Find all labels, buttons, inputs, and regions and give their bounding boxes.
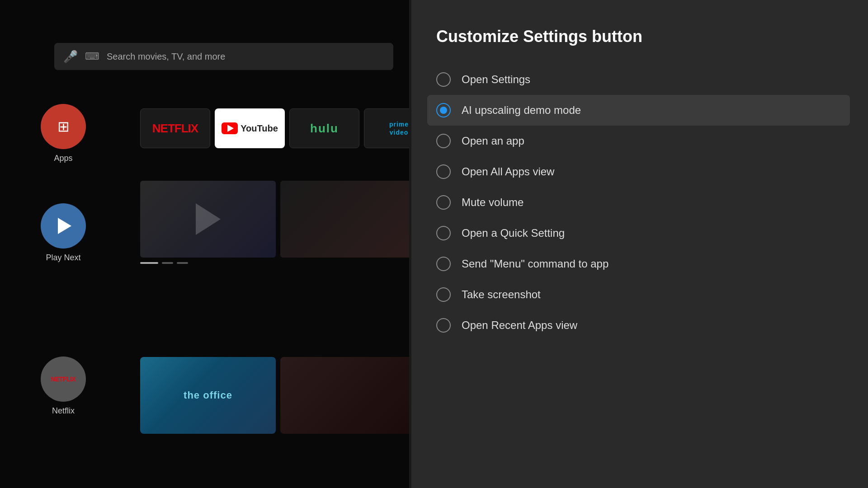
apps-grid-icon: ⊞: [57, 118, 70, 135]
radio-label-open-settings: Open Settings: [462, 73, 530, 86]
progress-dots: [140, 262, 188, 264]
progress-dot-1: [140, 262, 158, 264]
radio-item-open-quick-setting[interactable]: Open a Quick Setting: [427, 218, 850, 249]
apps-icon-circle: ⊞: [41, 104, 86, 149]
content-row-1: [140, 181, 411, 258]
progress-dot-3: [177, 262, 188, 264]
radio-label-take-screenshot: Take screenshot: [462, 288, 541, 301]
radio-circle-open-quick-setting: [436, 226, 451, 240]
radio-label-ai-upscaling: AI upscaling demo mode: [462, 104, 581, 117]
radio-circle-open-app: [436, 134, 451, 148]
netflix-text: NETFLIX: [152, 122, 198, 136]
prime-text: primevideo: [389, 120, 409, 136]
keyboard-icon[interactable]: ⌨: [85, 51, 99, 62]
radio-item-send-menu[interactable]: Send "Menu" command to app: [427, 249, 850, 279]
radio-label-mute-volume: Mute volume: [462, 196, 524, 209]
thumb-inner-1: [140, 181, 276, 258]
radio-circle-send-menu: [436, 257, 451, 271]
radio-label-open-all-apps: Open All Apps view: [462, 165, 554, 178]
play-next-icon: [58, 218, 71, 234]
radio-item-ai-upscaling[interactable]: AI upscaling demo mode: [427, 95, 850, 126]
search-bar[interactable]: 🎤 ⌨ Search movies, TV, and more: [54, 43, 393, 70]
radio-item-take-screenshot[interactable]: Take screenshot: [427, 279, 850, 310]
office-thumb[interactable]: the office: [140, 357, 276, 434]
apps-row: ⊞ Apps: [41, 104, 86, 163]
progress-dot-2: [162, 262, 173, 264]
netflix-logo-box[interactable]: NETFLIX: [140, 108, 210, 148]
youtube-play-btn: [222, 122, 238, 134]
netflix-circle-text: NETFLIX: [51, 375, 76, 383]
radio-item-open-recent[interactable]: Open Recent Apps view: [427, 310, 850, 341]
office-text: the office: [184, 389, 232, 401]
right-panel: Customize Settings button Open SettingsA…: [409, 0, 868, 488]
radio-label-open-recent: Open Recent Apps view: [462, 319, 577, 332]
mic-icon[interactable]: 🎤: [63, 50, 78, 64]
netflix-bottom-item[interactable]: NETFLIX Netflix: [41, 357, 86, 416]
radio-circle-ai-upscaling: [436, 103, 451, 117]
play-next-label: Play Next: [46, 253, 80, 263]
radio-circle-open-recent: [436, 318, 451, 333]
youtube-play-triangle: [227, 125, 234, 132]
radio-item-mute-volume[interactable]: Mute volume: [427, 187, 850, 218]
prime-logo-box[interactable]: primevideo: [364, 108, 411, 148]
radio-label-open-app: Open an app: [462, 135, 524, 147]
content-thumb-2[interactable]: [280, 181, 411, 258]
left-panel: 🎤 ⌨ Search movies, TV, and more ⊞ Apps N…: [0, 0, 411, 488]
hulu-text: hulu: [310, 122, 339, 136]
apps-item[interactable]: ⊞ Apps: [41, 104, 86, 163]
play-next-circle: [41, 203, 86, 249]
radio-options-list: Open SettingsAI upscaling demo modeOpen …: [409, 64, 868, 341]
netflix-label: Netflix: [52, 406, 75, 416]
radio-item-open-all-apps[interactable]: Open All Apps view: [427, 156, 850, 187]
youtube-word: YouTube: [241, 123, 278, 134]
search-placeholder: Search movies, TV, and more: [107, 52, 384, 62]
netflix-circle: NETFLIX: [41, 357, 86, 402]
thumb-triangle-1: [196, 203, 221, 235]
bottom-row: the office: [140, 357, 411, 434]
radio-label-send-menu: Send "Menu" command to app: [462, 258, 609, 270]
youtube-logo: YouTube: [222, 122, 278, 134]
radio-circle-open-all-apps: [436, 164, 451, 179]
thumb-inner-2: [280, 181, 411, 258]
settings-title: Customize Settings button: [409, 0, 868, 64]
radio-item-open-app[interactable]: Open an app: [427, 126, 850, 156]
radio-circle-open-settings: [436, 72, 451, 87]
radio-item-open-settings[interactable]: Open Settings: [427, 64, 850, 95]
logos-row: NETFLIX YouTube hulu primevideo: [140, 108, 411, 148]
panel-divider: [409, 0, 411, 488]
dolemite-thumb[interactable]: [280, 357, 411, 434]
content-thumb-1[interactable]: [140, 181, 276, 258]
play-next-item[interactable]: Play Next: [41, 203, 86, 263]
hulu-logo-box[interactable]: hulu: [289, 108, 359, 148]
radio-circle-mute-volume: [436, 195, 451, 210]
radio-label-open-quick-setting: Open a Quick Setting: [462, 227, 565, 239]
youtube-logo-box[interactable]: YouTube: [215, 108, 285, 148]
apps-label: Apps: [54, 154, 72, 163]
radio-circle-take-screenshot: [436, 287, 451, 302]
radio-dot-ai-upscaling: [440, 107, 447, 114]
